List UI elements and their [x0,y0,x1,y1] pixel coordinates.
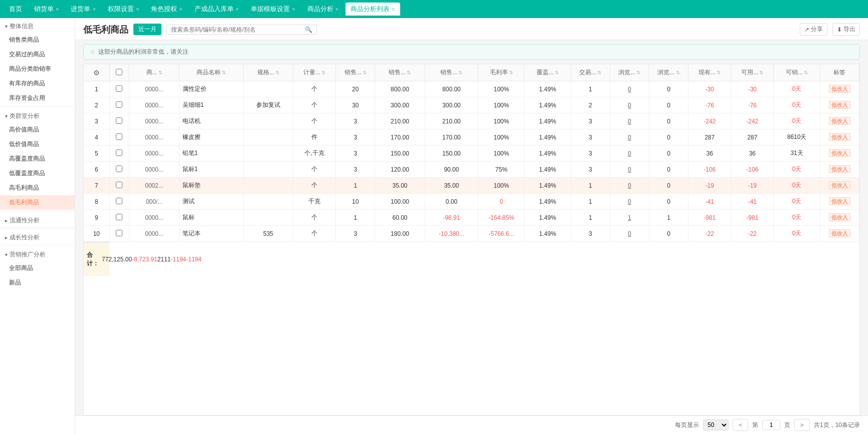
col-avail-header[interactable]: 可用...⇅ [731,64,774,81]
sidebar-item-stock-capital[interactable]: 库存资金占用 [0,91,75,105]
col-checkbox-all[interactable] [109,64,129,81]
sidebar-divider-1 [0,106,75,107]
row-checkbox[interactable] [109,113,129,129]
filter-recent-month-button[interactable]: 近一月 [133,24,161,35]
col-sellable-header[interactable]: 可销...⇅ [774,64,820,81]
row-checkbox[interactable] [109,146,129,162]
sidebar-group-overall[interactable]: ▾ 整体信息 [0,18,75,33]
next-page-button[interactable]: ＞ [794,419,810,431]
row-name[interactable]: 橡皮擦 [179,129,243,146]
row-view1[interactable]: 0 [610,146,649,162]
share-button[interactable]: ↗ 分享 [800,23,827,36]
nav-purchase[interactable]: 进货单× [66,3,100,16]
nav-role[interactable]: 角色授权× [146,3,187,16]
select-all-checkbox[interactable] [116,69,122,75]
sidebar-item-stock-goods[interactable]: 有库存的商品 [0,76,75,91]
sidebar-group-liquidity[interactable]: ▸ 流通性分析 [0,212,75,227]
per-page-select[interactable]: 50 20 100 [703,419,729,430]
nav-permission[interactable]: 权限设置× [103,3,144,16]
nav-home[interactable]: 首页 [4,3,27,16]
row-name[interactable]: 吴细细1 [179,97,243,113]
row-select-checkbox[interactable] [116,198,122,204]
sidebar-item-high-value[interactable]: 高价值商品 [0,122,75,137]
row-checkbox[interactable] [109,210,129,226]
col-tag-header[interactable]: 标签 [820,64,859,81]
row-select-checkbox[interactable] [116,166,122,172]
sidebar-item-traded-goods[interactable]: 交易过的商品 [0,47,75,62]
sidebar-item-all-goods[interactable]: 全部商品 [0,261,75,275]
row-checkbox[interactable] [109,162,129,178]
row-view1[interactable]: 0 [610,178,649,194]
row-name[interactable]: 笔记本 [179,226,243,242]
row-select-checkbox[interactable] [116,214,122,220]
row-checkbox[interactable] [109,97,129,113]
col-view2-header[interactable]: 浏览...⇅ [649,64,688,81]
row-select-checkbox[interactable] [116,117,122,124]
row-name[interactable]: 鼠标1 [179,162,243,178]
warning-banner: ☆ 这部分商品的利润非常低，请关注 [83,44,860,60]
col-margin-header[interactable]: 毛利率⇅ [478,64,525,81]
sidebar-item-high-cover[interactable]: 高覆盖度商品 [0,152,75,166]
sidebar-item-new-goods[interactable]: 新品 [0,275,75,290]
col-view1-header[interactable]: 浏览...⇅ [610,64,649,81]
col-stock-header[interactable]: 现有...⇅ [688,64,731,81]
row-select-checkbox[interactable] [116,230,122,236]
prev-page-button[interactable]: ＜ [733,419,748,431]
row-checkbox[interactable] [109,178,129,194]
page-number-input[interactable] [762,420,780,430]
search-icon[interactable]: 🔍 [305,26,312,33]
row-checkbox[interactable] [109,226,129,242]
row-select-checkbox[interactable] [116,85,122,92]
col-name-header[interactable]: 商品名称⇅ [179,64,243,81]
row-name[interactable]: 属性定价 [179,81,243,97]
export-button[interactable]: ⬇ 导出 [832,23,860,36]
row-select-checkbox[interactable] [116,101,122,108]
col-spec-header[interactable]: 规格...⇅ [243,64,293,81]
sidebar-group-growth[interactable]: ▸ 成长性分析 [0,229,75,244]
row-view1[interactable]: 0 [610,129,649,146]
row-view1[interactable]: 0 [610,97,649,113]
row-view1[interactable]: 0 [610,81,649,97]
sidebar-group-cluster[interactable]: ▾ 类群堂分析 [0,108,75,122]
sidebar-item-low-value[interactable]: 低价值商品 [0,137,75,152]
row-name[interactable]: 测试 [179,194,243,210]
col-salesqty-header[interactable]: 销售...⇅ [336,64,375,81]
col-unit-header[interactable]: 计量...⇅ [293,64,335,81]
nav-analysis[interactable]: 商品分析× [302,3,343,16]
col-trade-header[interactable]: 交易...⇅ [571,64,610,81]
row-name[interactable]: 铅笔1 [179,146,243,162]
row-select-checkbox[interactable] [116,182,122,188]
row-view1[interactable]: 0 [610,226,649,242]
row-checkbox[interactable] [109,81,129,97]
col-code-header[interactable]: 商...⇅ [129,64,179,81]
nav-sales[interactable]: 销货单× [29,3,64,16]
row-select-checkbox[interactable] [116,133,122,140]
nav-product[interactable]: 产成品入库单× [190,3,244,16]
table-container[interactable]: ⚙ 商...⇅ 商品名称⇅ 规格...⇅ 计量...⇅ 销售...⇅ 销售...… [83,64,860,415]
sidebar-item-sales-goods[interactable]: 销售类商品 [0,33,75,47]
col-cover-header[interactable]: 覆盖...⇅ [525,64,571,81]
sidebar-group-marketing[interactable]: ▾ 营销推广分析 [0,246,75,261]
row-select-checkbox[interactable] [116,150,122,156]
row-view1[interactable]: 0 [610,113,649,129]
nav-analysis-list[interactable]: 商品分析列表× [345,3,400,16]
search-input[interactable] [171,26,303,33]
col-salesamt-header[interactable]: 销售...⇅ [425,64,478,81]
col-price1-header[interactable]: 销售...⇅ [375,64,425,81]
row-price1: 300.00 [375,97,425,113]
col-settings[interactable]: ⚙ [84,64,109,81]
row-num: 8 [84,194,109,210]
row-view1[interactable]: 1 [610,210,649,226]
row-checkbox[interactable] [109,129,129,146]
sidebar-item-category-rate[interactable]: 商品分类助销率 [0,62,75,76]
row-view1[interactable]: 0 [610,194,649,210]
nav-template[interactable]: 单据模板设置× [246,3,300,16]
row-checkbox[interactable] [109,194,129,210]
sidebar-item-high-margin[interactable]: 高毛利商品 [0,181,75,195]
sidebar-item-low-cover[interactable]: 低覆盖度商品 [0,166,75,181]
row-view1[interactable]: 0 [610,162,649,178]
sidebar-item-low-margin[interactable]: 低毛利商品 [0,195,75,210]
row-name[interactable]: 鼠标垫 [179,178,243,194]
row-name[interactable]: 电话机 [179,113,243,129]
row-name[interactable]: 鼠标 [179,210,243,226]
